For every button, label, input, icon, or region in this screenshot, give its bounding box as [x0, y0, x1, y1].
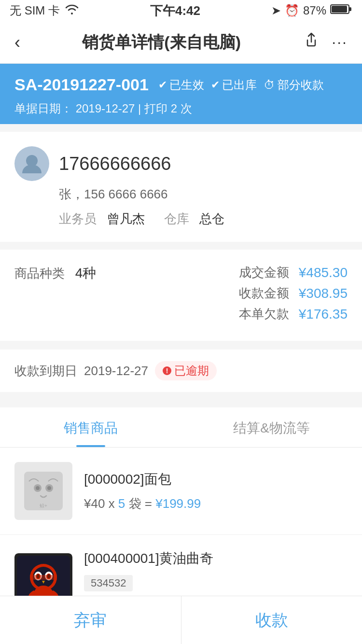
svg-point-7 [36, 486, 40, 490]
owe-amount-row: 本单欠款 ¥176.35 [239, 306, 348, 322]
tab-products[interactable]: 销售商品 [0, 407, 181, 447]
owe-amount-value: ¥176.35 [299, 307, 348, 322]
received-label: 收款金额 [239, 285, 289, 302]
product-name-1: [0000002]面包 [84, 470, 348, 489]
clock-icon: ⏱ [264, 78, 275, 92]
category-info: 商品种类 4种 [14, 264, 96, 282]
status-tag-effective: ✔ 已生效 [158, 77, 204, 93]
abandon-review-button[interactable]: 弃审 [0, 596, 181, 644]
battery-icon [330, 3, 352, 18]
divider-2 [0, 341, 362, 349]
deal-amount-value: ¥485.30 [299, 265, 348, 280]
category-label: 商品种类 [14, 266, 65, 280]
customer-row: 17666666666 [14, 146, 348, 181]
wifi-icon [65, 4, 79, 17]
tabs-container: 销售商品 结算&物流等 [0, 407, 362, 448]
divider-1 [0, 242, 362, 250]
overdue-text: 已逾期 [174, 363, 209, 378]
svg-rect-21 [30, 575, 57, 580]
customer-meta: 业务员 曾凡杰 仓库 总仓 [59, 210, 348, 227]
collect-payment-button[interactable]: 收款 [181, 596, 362, 644]
svg-rect-2 [332, 6, 347, 13]
warehouse-field: 仓库 总仓 [164, 210, 225, 227]
due-date-value: 2019-12-27 [84, 364, 148, 378]
order-date: 2019-12-27 [76, 102, 135, 115]
status-tag-shipped: ✔ 已出库 [211, 77, 257, 93]
deal-amount-label: 成交金额 [239, 264, 289, 281]
sim-status: 无 SIM 卡 [10, 3, 60, 18]
salesperson-value: 曾凡杰 [107, 211, 145, 226]
bottom-bar: 弃审 收款 [0, 596, 362, 644]
customer-id: 17666666666 [59, 154, 171, 174]
check-icon-1: ✔ [158, 79, 167, 91]
owe-label: 本单欠款 [239, 306, 289, 322]
more-icon[interactable]: ··· [332, 33, 348, 51]
status-bar-right: ➤ ⏰ 87% [271, 3, 352, 18]
status-tags: ✔ 已生效 ✔ 已出库 ⏱ 部分收款 [158, 77, 324, 93]
product-price-row-1: ¥40 x 5 袋 = ¥199.99 [84, 495, 348, 512]
salesperson-field: 业务员 曾凡杰 [59, 210, 145, 227]
warehouse-value: 总仓 [199, 211, 224, 226]
product-qty-1: 5 [118, 496, 125, 511]
divider-3 [0, 392, 362, 400]
battery-level: 87% [303, 4, 326, 17]
status-bar-left: 无 SIM 卡 [10, 3, 79, 18]
nav-actions: ··· [303, 31, 348, 53]
status-tag-partial: ⏱ 部分收款 [264, 77, 324, 93]
received-amount-value: ¥308.95 [299, 286, 348, 301]
avatar [14, 146, 49, 181]
deal-amount-row: 成交金额 ¥485.30 [239, 264, 348, 281]
salesperson-label: 业务员 [59, 211, 97, 226]
print-label: | 打印 2 次 [138, 102, 192, 115]
amount-info: 成交金额 ¥485.30 收款金额 ¥308.95 本单欠款 ¥176.35 [239, 264, 348, 326]
list-item: 鲸+ [0000002]面包 ¥40 x 5 袋 = ¥199.99 [0, 448, 362, 535]
summary-section: 商品种类 4种 成交金额 ¥485.30 收款金额 ¥308.95 本单欠款 ¥… [0, 250, 362, 341]
customer-name: 张，156 6666 6666 [59, 186, 348, 203]
received-amount-row: 收款金额 ¥308.95 [239, 285, 348, 302]
tab-settlement[interactable]: 结算&物流等 [181, 407, 362, 447]
product-batch-2: 534532 [84, 575, 133, 591]
status-bar-time: 下午4:42 [150, 2, 200, 19]
page-title: 销货单详情(来自电脑) [82, 31, 241, 54]
customer-section: 17666666666 张，156 6666 6666 业务员 曾凡杰 仓库 总… [0, 132, 362, 242]
banner-date-row: 单据日期： 2019-12-27 | 打印 2 次 [14, 101, 348, 116]
category-count: 4种 [75, 266, 97, 280]
nav-bar: ‹ 销货单详情(来自电脑) ··· [0, 21, 362, 64]
warehouse-label: 仓库 [164, 211, 189, 226]
product-total-1: ¥199.99 [155, 496, 201, 511]
due-date-label: 收款到期日 [14, 363, 77, 379]
check-icon-2: ✔ [211, 79, 220, 91]
svg-rect-1 [349, 7, 351, 11]
alarm-icon: ⏰ [285, 4, 299, 17]
product-name-2: [000400001]黄油曲奇 [84, 549, 348, 568]
back-button[interactable]: ‹ [14, 32, 20, 53]
product-thumbnail-1: 鲸+ [14, 462, 72, 520]
summary-row: 商品种类 4种 成交金额 ¥485.30 收款金额 ¥308.95 本单欠款 ¥… [14, 264, 348, 326]
overdue-dot-icon: ! [163, 366, 171, 375]
order-id: SA-20191227-001 [14, 75, 149, 94]
svg-text:鲸+: 鲸+ [40, 503, 47, 508]
product-info-1: [0000002]面包 ¥40 x 5 袋 = ¥199.99 [84, 470, 348, 512]
status-bar: 无 SIM 卡 下午4:42 ➤ ⏰ 87% [0, 0, 362, 21]
product-price-1: ¥40 [84, 496, 105, 511]
location-icon: ➤ [271, 4, 281, 17]
due-section: 收款到期日 2019-12-27 ! 已逾期 [0, 350, 362, 392]
date-label: 单据日期： [14, 102, 72, 115]
header-banner: SA-20191227-001 ✔ 已生效 ✔ 已出库 ⏱ 部分收款 单据日期：… [0, 64, 362, 124]
overdue-badge: ! 已逾期 [155, 361, 217, 380]
svg-point-8 [47, 486, 51, 490]
share-icon[interactable] [303, 31, 320, 53]
